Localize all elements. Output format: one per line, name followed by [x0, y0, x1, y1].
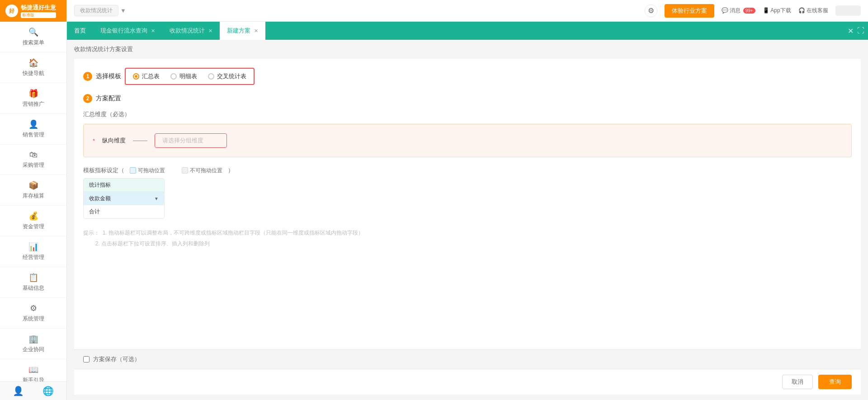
industry-btn[interactable]: 体验行业方案 [665, 4, 714, 18]
sidebar-item-label: 快捷导航 [23, 70, 44, 77]
main-card: 1 选择模板 汇总表 明细表 交叉统计表 [74, 59, 861, 349]
sidebar-item-label: 企业协同 [23, 346, 44, 353]
book-icon: 📖 [28, 365, 38, 375]
tab-bank-flow-close[interactable]: ✕ [151, 28, 155, 34]
online-service[interactable]: 🎧 在线客服 [798, 7, 828, 14]
indicator-row-label: 收款金额 [89, 195, 151, 202]
drag-legend-no-drag: 不可拖动位置 [182, 167, 222, 174]
footer-buttons: 取消 查询 [74, 369, 861, 395]
indicators-close-paren: ） [228, 166, 234, 174]
tab-bank-flow[interactable]: 现金银行流水查询 ✕ [93, 22, 162, 40]
logo: 好 畅捷通好生意 标准版 [0, 0, 66, 22]
breadcrumb-area: 收款情况统计 ▼ [74, 5, 637, 16]
save-checkbox[interactable] [83, 356, 90, 362]
notification-label: 消息 [730, 7, 741, 14]
drag-label: 可拖动位置 [138, 167, 165, 174]
sidebar-item-label: 经营管理 [23, 254, 44, 261]
sidebar-item-marketing[interactable]: 🎁 营销推广 [0, 83, 66, 114]
tab-bar: 首页 现金银行流水查询 ✕ 收款情况统计 ✕ 新建方案 ✕ ✕ ⛶ [67, 22, 868, 40]
sidebar-item-label: 搜索菜单 [23, 39, 44, 47]
message-icon: 💬 [722, 7, 728, 14]
sidebar-item-label: 营销推广 [23, 100, 44, 108]
logo-text: 畅捷通好生意 [21, 4, 56, 12]
app-download[interactable]: 📱 App下载 [763, 7, 791, 14]
sidebar-item-label: 采购管理 [23, 161, 44, 169]
sidebar-item-quick-nav[interactable]: 🏠 快捷导航 [0, 52, 66, 83]
drag-legend-draggable: 可拖动位置 [130, 167, 165, 174]
step1-label: 选择模板 [96, 72, 121, 80]
app-icon: 📱 [763, 7, 769, 14]
page-title: 收款情况统计方案设置 [74, 45, 861, 53]
drag-box-blue [130, 167, 136, 174]
indicators-header: 模板指标设定（ 可拖动位置 不可拖动位置 ） [83, 166, 852, 174]
tip-1: 提示： 1. 拖动标题栏可以调整布局，不可跨维度或指标区域拖动栏目字段（只能在同… [83, 227, 852, 238]
drag-box-gray [182, 167, 188, 174]
indicator-row[interactable]: 收款金额 ▼ [84, 192, 164, 205]
sidebar-item-newbie[interactable]: 📖 新手引导 [0, 359, 66, 381]
sidebar-item-corp-collab[interactable]: 🏢 企业协同 [0, 329, 66, 359]
sidebar-item-system[interactable]: ⚙ 系统管理 [0, 298, 66, 329]
required-star: * [93, 137, 95, 144]
radio-detail-circle [170, 73, 177, 80]
step1-num: 1 [83, 72, 92, 81]
step2-section: 2 方案配置 汇总维度（必选） * 纵向维度 —— 请选择分组维度 [83, 94, 852, 249]
app-download-label: App下载 [770, 7, 791, 14]
gift-icon: 🎁 [28, 89, 38, 99]
tab-bar-end: ✕ ⛶ [848, 27, 868, 35]
dimension-section-title: 汇总维度（必选） [83, 110, 852, 118]
tab-new-plan-close[interactable]: ✕ [254, 28, 258, 34]
indicators-label: 模板指标设定（ [83, 166, 124, 174]
tip-1-text: 1. 拖动标题栏可以调整布局，不可跨维度或指标区域拖动栏目字段（只能在同一维度或… [103, 230, 363, 236]
search-menu-icon: 🔍 [28, 27, 38, 37]
template-options: 汇总表 明细表 交叉统计表 [125, 68, 255, 85]
sidebar-item-search-menu[interactable]: 🔍 搜索菜单 [0, 22, 66, 52]
cancel-button[interactable]: 取消 [782, 375, 813, 389]
tip-2-text: 2. 点击标题栏下拉可设置排序、插入列和删除列 [95, 240, 210, 247]
tab-close-icon[interactable]: ✕ [848, 27, 854, 35]
no-drag-label: 不可拖动位置 [190, 167, 222, 174]
sidebar-nav: 🔍 搜索菜单 🏠 快捷导航 🎁 营销推广 👤 销售管理 🛍 采购管理 📦 库存核… [0, 22, 66, 381]
online-service-label: 在线客服 [807, 7, 828, 14]
sidebar-item-operations[interactable]: 📊 经营管理 [0, 236, 66, 267]
dim-select[interactable]: 请选择分组维度 [155, 133, 227, 148]
radio-summary[interactable]: 汇总表 [133, 72, 160, 80]
vertical-dimension: * 纵向维度 —— 请选择分组维度 [93, 133, 842, 148]
tab-new-plan[interactable]: 新建方案 ✕ [220, 22, 265, 40]
sidebar-item-finance[interactable]: 💰 资金管理 [0, 206, 66, 236]
sidebar-item-basic-info[interactable]: 📋 基础信息 [0, 267, 66, 298]
step2-num: 2 [83, 94, 92, 103]
sidebar: 好 畅捷通好生意 标准版 🔍 搜索菜单 🏠 快捷导航 🎁 营销推广 👤 销售管理… [0, 0, 67, 400]
dim-select-placeholder: 请选择分组维度 [162, 136, 203, 145]
tab-collect-stat-close[interactable]: ✕ [208, 28, 212, 34]
radio-cross[interactable]: 交叉统计表 [208, 72, 246, 80]
sidebar-item-inventory[interactable]: 📦 库存核算 [0, 175, 66, 206]
indicator-table-header: 统计指标 [84, 179, 164, 192]
footer-icon-right[interactable]: 🌐 [42, 386, 54, 396]
sidebar-footer: 👤 🌐 [0, 381, 66, 400]
notification-area[interactable]: 💬 消息 99+ [722, 7, 755, 14]
chevron-down-icon[interactable]: ▼ [154, 196, 159, 201]
sidebar-item-purchase[interactable]: 🛍 采购管理 [0, 145, 66, 175]
sidebar-item-label: 库存核算 [23, 192, 44, 200]
gear-button[interactable]: ⚙ [645, 5, 657, 17]
tab-collect-stat[interactable]: 收款情况统计 ✕ [162, 22, 220, 40]
service-icon: 🎧 [798, 7, 805, 14]
radio-detail[interactable]: 明细表 [170, 72, 197, 80]
tab-expand-icon[interactable]: ⛶ [857, 27, 864, 35]
sidebar-item-label: 基础信息 [23, 284, 44, 292]
sidebar-item-sales[interactable]: 👤 销售管理 [0, 114, 66, 145]
radio-summary-label: 汇总表 [142, 72, 160, 80]
bag-icon: 🛍 [29, 150, 38, 160]
clipboard-icon: 📋 [28, 273, 38, 282]
footer-icon-left[interactable]: 👤 [13, 386, 24, 396]
main-area: 收款情况统计 ▼ ⚙ 体验行业方案 💬 消息 99+ 📱 App下载 🎧 在线客… [67, 0, 868, 400]
tab-home-label: 首页 [74, 27, 86, 35]
radio-cross-circle [208, 73, 214, 80]
header-right: 💬 消息 99+ 📱 App下载 🎧 在线客服 [722, 5, 861, 16]
query-button[interactable]: 查询 [818, 375, 852, 389]
step2-header: 2 方案配置 [83, 94, 852, 103]
indicators-section: 模板指标设定（ 可拖动位置 不可拖动位置 ） [83, 166, 852, 220]
tab-bank-flow-label: 现金银行流水查询 [100, 27, 147, 35]
indicator-table-header-label: 统计指标 [89, 182, 111, 188]
tab-home[interactable]: 首页 [67, 22, 93, 40]
